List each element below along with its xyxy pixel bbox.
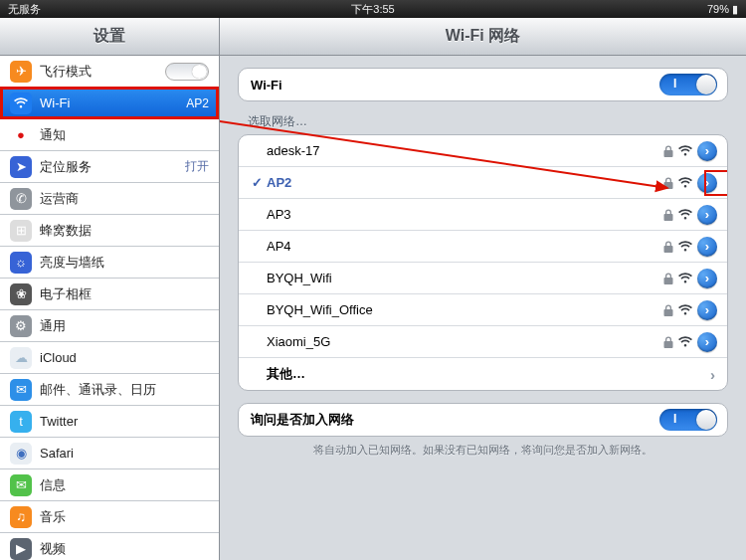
- detail-title: Wi-Fi 网络: [220, 18, 746, 56]
- sidebar-item-电子相框[interactable]: ❀电子相框: [0, 279, 219, 310]
- ask-to-join-note: 将自动加入已知网络。如果没有已知网络，将询问您是否加入新网络。: [238, 437, 728, 458]
- network-name: Xiaomi_5G: [265, 334, 663, 349]
- sidebar-menu: ✈飞行模式Wi-FiAP2●通知➤定位服务打开✆运营商⊞蜂窝数据☼亮度与墙纸❀电…: [0, 56, 219, 560]
- sidebar-item-label: 邮件、通讯录、日历: [40, 381, 209, 399]
- video-icon: ▶: [10, 538, 32, 560]
- wifi-icon: [10, 93, 32, 114]
- other-network-row[interactable]: 其他…›: [239, 358, 727, 390]
- network-name: AP3: [265, 207, 663, 222]
- detail-content: Wi-Fi 选取网络… adesk-17›✓AP2›AP3›AP4›BYQH_W…: [220, 56, 746, 560]
- sidebar-item-label: 通用: [40, 317, 209, 335]
- sidebar-item-label: Safari: [40, 446, 209, 461]
- status-left: 无服务: [8, 2, 41, 17]
- sidebar-item-亮度与墙纸[interactable]: ☼亮度与墙纸: [0, 247, 219, 279]
- location-icon: ➤: [10, 156, 32, 178]
- twitter-icon: t: [10, 411, 32, 433]
- music-icon: ♫: [10, 506, 32, 528]
- sidebar-item-label: 信息: [40, 476, 209, 494]
- sidebar-item-通知[interactable]: ●通知: [0, 119, 219, 151]
- mail-icon: ✉: [10, 379, 32, 401]
- sidebar-item-邮件、通讯录、日历[interactable]: ✉邮件、通讯录、日历: [0, 374, 219, 406]
- sidebar-item-iCloud[interactable]: ☁iCloud: [0, 342, 219, 374]
- sidebar-item-运营商[interactable]: ✆运营商: [0, 183, 219, 215]
- sidebar-item-label: Twitter: [40, 414, 209, 429]
- network-list: adesk-17›✓AP2›AP3›AP4›BYQH_Wifi›BYQH_Wif…: [238, 134, 728, 391]
- sidebar-item-label: 音乐: [40, 508, 209, 526]
- lock-icon: [663, 273, 673, 284]
- status-battery: 79%: [707, 3, 729, 15]
- sidebar-item-Wi-Fi[interactable]: Wi-FiAP2: [0, 88, 219, 119]
- sidebar-item-Safari[interactable]: ◉Safari: [0, 438, 219, 469]
- network-name: adesk-17: [265, 143, 663, 158]
- sidebar-item-value: 打开: [185, 158, 209, 175]
- airplane-toggle[interactable]: [165, 63, 209, 81]
- sidebar-item-label: 通知: [40, 126, 209, 144]
- airplane-icon: ✈: [10, 61, 32, 83]
- sidebar-item-音乐[interactable]: ♫音乐: [0, 501, 219, 533]
- frame-icon: ❀: [10, 283, 32, 305]
- ask-to-join-label: 询问是否加入网络: [249, 411, 659, 429]
- detail-disclosure-button[interactable]: ›: [697, 205, 717, 225]
- safari-icon: ◉: [10, 443, 32, 465]
- signal-icon: [678, 241, 692, 252]
- wifi-master-row[interactable]: Wi-Fi: [239, 69, 727, 100]
- cellular-icon: ⊞: [10, 220, 32, 242]
- network-name: BYQH_Wifi_Office: [265, 302, 663, 317]
- sidebar-item-定位服务[interactable]: ➤定位服务打开: [0, 151, 219, 183]
- network-row[interactable]: BYQH_Wifi_Office›: [239, 294, 727, 326]
- detail-disclosure-button[interactable]: ›: [697, 332, 717, 352]
- network-name: AP2: [265, 175, 663, 190]
- wifi-master-toggle[interactable]: [659, 74, 717, 95]
- lock-icon: [663, 145, 673, 157]
- signal-icon: [678, 209, 692, 220]
- network-row[interactable]: AP4›: [239, 231, 727, 263]
- network-name: BYQH_Wifi: [265, 271, 663, 285]
- sidebar-item-value: AP2: [186, 96, 209, 110]
- icloud-icon: ☁: [10, 347, 32, 369]
- detail-disclosure-button[interactable]: ›: [697, 237, 717, 257]
- carrier-icon: ✆: [10, 188, 32, 210]
- network-row[interactable]: BYQH_Wifi›: [239, 263, 727, 294]
- ask-to-join-toggle[interactable]: [659, 409, 717, 431]
- network-row[interactable]: adesk-17›: [239, 135, 727, 167]
- lock-icon: [663, 209, 673, 221]
- detail-pane: Wi-Fi 网络 Wi-Fi 选取网络… adesk-17›✓AP2›AP3›A…: [220, 18, 746, 560]
- notify-icon: ●: [10, 124, 32, 146]
- wifi-master-label: Wi-Fi: [249, 78, 659, 93]
- sidebar-item-Twitter[interactable]: tTwitter: [0, 406, 219, 438]
- status-time: 下午3:55: [351, 2, 394, 17]
- sidebar-title: 设置: [0, 18, 219, 56]
- ask-to-join-row[interactable]: 询问是否加入网络: [239, 404, 727, 436]
- general-icon: ⚙: [10, 315, 32, 337]
- signal-icon: [678, 336, 692, 347]
- status-bar: 无服务 下午3:55 79% ▮: [0, 0, 746, 18]
- sidebar-item-视频[interactable]: ▶视频: [0, 533, 219, 560]
- sidebar-item-label: 蜂窝数据: [40, 222, 209, 240]
- messages-icon: ✉: [10, 474, 32, 496]
- sidebar-item-label: 亮度与墙纸: [40, 254, 209, 272]
- battery-icon: ▮: [732, 3, 738, 15]
- sidebar-item-label: 飞行模式: [40, 63, 165, 81]
- sidebar-item-飞行模式[interactable]: ✈飞行模式: [0, 56, 219, 88]
- network-row[interactable]: ✓AP2›: [239, 167, 727, 199]
- sidebar-item-label: 视频: [40, 540, 209, 558]
- network-name: AP4: [265, 239, 663, 254]
- signal-icon: [678, 304, 692, 315]
- detail-disclosure-button[interactable]: ›: [697, 141, 717, 161]
- settings-sidebar: 设置 ✈飞行模式Wi-FiAP2●通知➤定位服务打开✆运营商⊞蜂窝数据☼亮度与墙…: [0, 18, 220, 560]
- network-row[interactable]: AP3›: [239, 199, 727, 231]
- signal-icon: [678, 177, 692, 188]
- signal-icon: [678, 273, 692, 283]
- sidebar-item-label: 电子相框: [40, 285, 209, 303]
- sidebar-item-label: 运营商: [40, 190, 209, 208]
- lock-icon: [663, 304, 673, 316]
- lock-icon: [663, 241, 673, 253]
- network-row[interactable]: Xiaomi_5G›: [239, 326, 727, 358]
- chevron-right-icon: ›: [708, 366, 717, 383]
- sidebar-item-通用[interactable]: ⚙通用: [0, 310, 219, 342]
- annotation-highlight: [704, 170, 728, 196]
- sidebar-item-信息[interactable]: ✉信息: [0, 469, 219, 501]
- detail-disclosure-button[interactable]: ›: [697, 269, 717, 288]
- sidebar-item-蜂窝数据[interactable]: ⊞蜂窝数据: [0, 215, 219, 247]
- detail-disclosure-button[interactable]: ›: [697, 300, 717, 320]
